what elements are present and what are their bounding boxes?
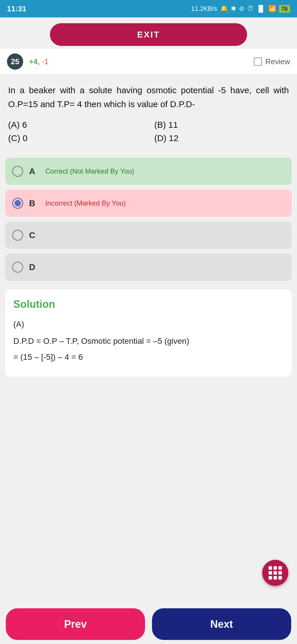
radio-inner-b xyxy=(15,200,21,206)
wifi-icon: 📶 xyxy=(268,5,276,12)
review-label: Review xyxy=(265,57,290,66)
prev-button[interactable]: Prev xyxy=(6,608,145,640)
option-a-text: (A) 6 xyxy=(8,120,143,130)
option-row-b[interactable]: B Incorrect (Marked By You) xyxy=(5,190,292,217)
bluetooth-icon: ✱ xyxy=(231,5,236,12)
option-row-d[interactable]: D xyxy=(5,253,292,281)
do-not-disturb-icon: ⊘ xyxy=(239,5,244,12)
exit-area: EXIT xyxy=(0,17,297,49)
exit-button[interactable]: EXIT xyxy=(50,23,247,46)
review-section[interactable]: Review xyxy=(254,57,290,66)
solution-body: (A) D.P.D = O.P – T.P, Osmotic potential… xyxy=(13,317,284,364)
network-speed: 11.2KB/s xyxy=(191,5,217,12)
option-status-b: Incorrect (Marked By You) xyxy=(45,199,126,207)
option-row-a[interactable]: A Correct (Not Marked By You) xyxy=(5,158,292,185)
fab-button[interactable] xyxy=(262,560,288,586)
option-d-text: (D) 12 xyxy=(154,133,289,143)
minus-mark: -1 xyxy=(42,57,48,66)
bottom-spacer xyxy=(0,385,297,432)
status-bar: 11:31 11.2KB/s 🔔 ✱ ⊘ ⏱ ▐▌ 📶 76 xyxy=(0,0,297,17)
option-label-c: C xyxy=(29,230,39,240)
review-checkbox[interactable] xyxy=(254,57,262,66)
option-row-c[interactable]: C xyxy=(5,222,292,249)
signal-icon: ▐▌ xyxy=(256,5,265,12)
radio-c[interactable] xyxy=(12,230,23,241)
question-number-badge: 25 xyxy=(7,53,23,70)
answer-options-container: A Correct (Not Marked By You) B Incorrec… xyxy=(0,158,297,281)
next-button[interactable]: Next xyxy=(152,608,291,640)
option-b-text: (B) 11 xyxy=(154,120,289,130)
question-header: 25 +4, -1 Review xyxy=(0,49,297,75)
radio-b[interactable] xyxy=(12,198,23,209)
battery-indicator: 76 xyxy=(279,5,290,13)
solution-title: Solution xyxy=(13,298,284,310)
bottom-navigation: Prev Next xyxy=(0,604,297,644)
option-label-a: A xyxy=(29,166,39,176)
question-body: In a beaker with a solute having osmotic… xyxy=(0,75,297,158)
option-status-a: Correct (Not Marked By You) xyxy=(45,167,134,175)
clock-icon: ⏱ xyxy=(247,5,253,12)
solution-answer-label: (A) xyxy=(13,317,284,331)
options-grid: (A) 6 (B) 11 (C) 0 (D) 12 xyxy=(8,120,289,143)
question-marks: +4, -1 xyxy=(29,57,48,66)
solution-box: Solution (A) D.P.D = O.P – T.P, Osmotic … xyxy=(5,289,292,377)
solution-calculation: = (15 – [-5]) – 4 = 6 xyxy=(13,350,284,364)
bell-icon: 🔔 xyxy=(220,5,228,12)
question-text: In a beaker with a solute having osmotic… xyxy=(8,83,289,111)
radio-d[interactable] xyxy=(12,262,23,273)
time-display: 11:31 xyxy=(7,4,26,13)
solution-formula: D.P.D = O.P – T.P, Osmotic potential = –… xyxy=(13,334,284,348)
plus-mark: +4 xyxy=(29,57,38,66)
radio-a[interactable] xyxy=(12,166,23,177)
status-right: 11.2KB/s 🔔 ✱ ⊘ ⏱ ▐▌ 📶 76 xyxy=(191,5,290,13)
fab-dots-grid xyxy=(267,565,283,581)
option-label-b: B xyxy=(29,198,39,208)
option-label-d: D xyxy=(29,262,39,272)
option-c-text: (C) 0 xyxy=(8,133,143,143)
